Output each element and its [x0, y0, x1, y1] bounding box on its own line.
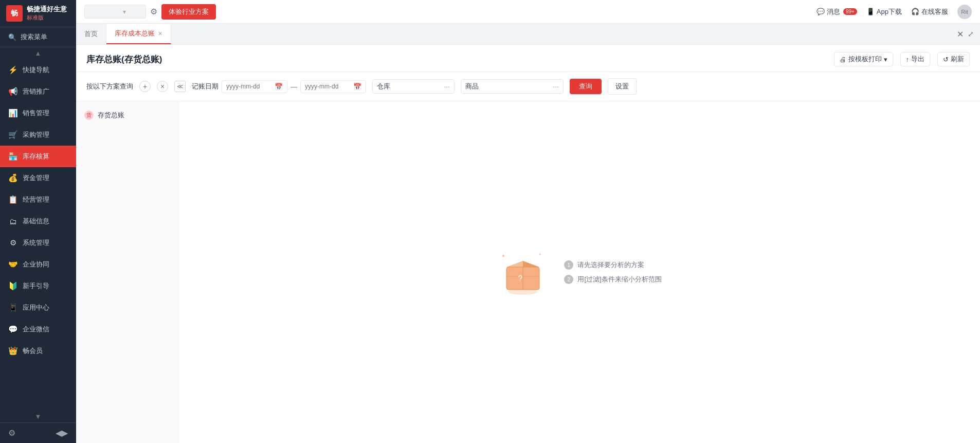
warehouse-label: 仓库	[377, 82, 390, 91]
filter-collapse-button[interactable]: ≪	[174, 81, 186, 92]
sidebar-item-purchase[interactable]: 🛒 采购管理	[0, 124, 76, 146]
scheme-icon: 货	[84, 111, 94, 120]
system-icon: ⚙	[8, 238, 17, 247]
goods-filter[interactable]: 商品 ···	[461, 79, 564, 94]
gear-icon[interactable]: ⚙	[150, 7, 157, 16]
sidebar-item-inventory[interactable]: 🏪 库存核算	[0, 146, 76, 167]
empty-tip-2: 2 用[过滤]条件来缩小分析范围	[564, 275, 661, 284]
date-start-input-wrap: 📅	[222, 80, 287, 93]
tab-inventory-ledger[interactable]: 库存成本总账 ✕	[106, 24, 171, 44]
sidebar-item-sales[interactable]: 📊 销售管理	[0, 102, 76, 124]
basic-info-icon: 🗂	[8, 217, 17, 226]
wechat-icon: 💬	[8, 325, 17, 334]
tabbar-close-icon[interactable]: ✕	[957, 29, 964, 39]
sidebar-item-finance[interactable]: 💰 资金管理	[0, 167, 76, 189]
purchase-icon: 🛒	[8, 130, 17, 139]
refresh-button[interactable]: ↺ 刷新	[937, 52, 970, 66]
sidebar-item-operations[interactable]: 📋 经营管理	[0, 189, 76, 210]
step-dot-1: 1	[564, 260, 573, 270]
settings-footer-btn[interactable]: ⚙	[8, 428, 15, 438]
inventory-icon: 🏪	[8, 152, 17, 161]
logo-text: 畅捷通好生意 标准版	[27, 5, 67, 21]
topbar: ▾ ⚙ 体验行业方案 💬 消息 99+ 📱 App下载 🎧 在线客服 Rit	[76, 0, 980, 24]
svg-text:?: ?	[518, 274, 523, 283]
guide-icon: 🔰	[8, 281, 17, 291]
breadcrumb[interactable]: ▾	[84, 5, 146, 19]
print-template-button[interactable]: 🖨 按模板打印 ▾	[834, 52, 893, 66]
warehouse-more-icon[interactable]: ···	[444, 82, 450, 91]
calendar-end-icon[interactable]: 📅	[353, 83, 361, 91]
date-separator: —	[291, 83, 297, 91]
sidebar-item-basic-info[interactable]: 🗂 基础信息	[0, 210, 76, 232]
sidebar-logo: 畅 畅捷通好生意 标准版	[0, 0, 76, 27]
calendar-start-icon[interactable]: 📅	[275, 83, 283, 91]
goods-label: 商品	[465, 82, 479, 91]
filter-area: 按以下方案查询 + × ≪ 记账日期 📅 — 📅 仓库 ···	[76, 72, 980, 101]
filter-remove-button[interactable]: ×	[157, 81, 168, 92]
warehouse-filter[interactable]: 仓库 ···	[372, 79, 455, 94]
svg-marker-2	[506, 261, 523, 267]
app-download-btn[interactable]: 📱 App下载	[866, 7, 902, 16]
query-button[interactable]: 查询	[570, 79, 602, 94]
topbar-left: ▾ ⚙ 体验行业方案	[84, 4, 811, 20]
enterprise-icon: 🤝	[8, 260, 17, 269]
print-chevron-icon: ▾	[884, 56, 887, 63]
goods-more-icon[interactable]: ···	[553, 82, 559, 91]
date-start-input[interactable]	[226, 83, 273, 90]
date-filter: 记账日期 📅 — 📅	[192, 80, 366, 93]
message-icon: 💬	[816, 8, 825, 15]
marketing-icon: 📢	[8, 87, 17, 96]
sidebar-search[interactable]: 🔍 搜索菜单	[0, 27, 76, 47]
tabbar: 首页 库存成本总账 ✕ ✕ ⤢	[76, 24, 980, 45]
sidebar-item-wechat[interactable]: 💬 企业微信	[0, 318, 76, 340]
sidebar-item-member[interactable]: 👑 畅会员	[0, 340, 76, 362]
breadcrumb-text	[90, 7, 121, 16]
setting-button[interactable]: 设置	[608, 78, 637, 95]
topbar-right: 💬 消息 99+ 📱 App下载 🎧 在线客服 Rit	[816, 5, 972, 19]
page-header: 库存总账(存货总账) 🖨 按模板打印 ▾ ↑ 导出 ↺ 刷新	[76, 45, 980, 72]
sidebar-item-guide[interactable]: 🔰 新手引导	[0, 275, 76, 297]
sidebar: 畅 畅捷通好生意 标准版 🔍 搜索菜单 ▲ ⚡ 快捷导航 📢 营销推广 📊 销售…	[0, 0, 76, 443]
message-btn[interactable]: 💬 消息 99+	[816, 7, 857, 16]
tabbar-actions: ✕ ⤢	[957, 29, 980, 39]
scheme-item-inventory-ledger[interactable]: 货 存货总账	[76, 107, 178, 124]
export-button[interactable]: ↑ 导出	[900, 52, 931, 66]
headset-icon: 🎧	[911, 8, 919, 15]
online-service-btn[interactable]: 🎧 在线客服	[911, 7, 948, 16]
tab-home[interactable]: 首页	[76, 24, 106, 44]
sidebar-item-marketing[interactable]: 📢 营销推广	[0, 81, 76, 102]
tabbar-resize-icon[interactable]: ⤢	[968, 30, 974, 38]
page-title: 库存总账(存货总账)	[86, 54, 162, 65]
user-avatar[interactable]: Rit	[957, 5, 972, 19]
date-end-input[interactable]	[305, 83, 351, 90]
scroll-up-btn[interactable]: ▲	[0, 47, 76, 59]
tab-close-btn[interactable]: ✕	[158, 30, 162, 37]
sidebar-item-quick-nav[interactable]: ⚡ 快捷导航	[0, 59, 76, 81]
member-icon: 👑	[8, 346, 17, 356]
date-label: 记账日期	[192, 82, 219, 91]
refresh-icon: ↺	[943, 56, 949, 63]
breadcrumb-chevron-icon: ▾	[123, 8, 126, 15]
collapse-sidebar-btn[interactable]: ◀▶	[56, 428, 68, 438]
sidebar-item-enterprise[interactable]: 🤝 企业协同	[0, 254, 76, 275]
svg-marker-3	[523, 261, 539, 267]
sidebar-item-app-center[interactable]: 📱 应用中心	[0, 297, 76, 318]
phone-icon: 📱	[866, 8, 875, 15]
logo-icon: 畅	[6, 5, 23, 22]
industry-solution-button[interactable]: 体验行业方案	[161, 4, 216, 20]
empty-state-inner: ✦ ✦ ? 1 请先选择要分析的方案	[497, 246, 661, 298]
step-dot-2: 2	[564, 275, 573, 284]
sidebar-item-system[interactable]: ⚙ 系统管理	[0, 232, 76, 254]
printer-icon: 🖨	[840, 56, 846, 63]
empty-tip-1: 1 请先选择要分析的方案	[564, 260, 661, 270]
date-end-input-wrap: 📅	[300, 80, 366, 93]
filter-add-button[interactable]: +	[139, 81, 151, 92]
filter-label: 按以下方案查询	[86, 82, 133, 91]
svg-text:✦: ✦	[501, 253, 505, 259]
main-content: ▾ ⚙ 体验行业方案 💬 消息 99+ 📱 App下载 🎧 在线客服 Rit	[76, 0, 980, 443]
sales-icon: 📊	[8, 109, 17, 118]
body-flex: 货 存货总账	[76, 101, 980, 443]
scroll-down-btn[interactable]: ▼	[0, 411, 76, 422]
empty-texts: 1 请先选择要分析的方案 2 用[过滤]条件来缩小分析范围	[564, 260, 661, 284]
search-icon: 🔍	[8, 33, 16, 41]
